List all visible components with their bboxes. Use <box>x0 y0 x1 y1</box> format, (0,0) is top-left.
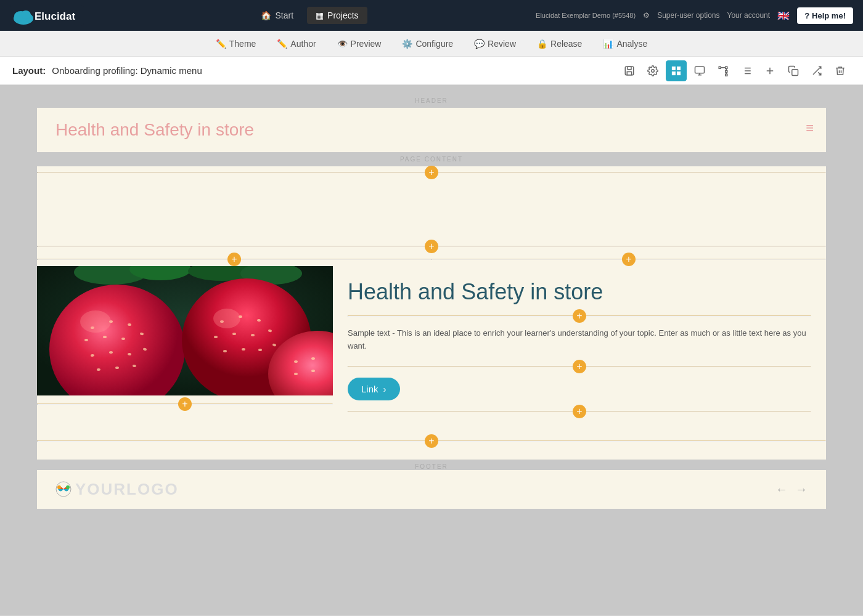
svg-rect-5 <box>625 67 634 75</box>
tree-icon-btn[interactable] <box>713 60 734 81</box>
desktop-icon-btn[interactable] <box>689 60 710 81</box>
footer-logo: YOURLOGO <box>55 480 179 499</box>
text-column: Health and Safety in store + Sample text… <box>333 266 826 435</box>
bottom-add-divider: + <box>37 435 826 447</box>
nav-center: 🏠 Start ▦ Projects <box>252 7 367 24</box>
svg-rect-6 <box>628 67 631 70</box>
shuffle-icon-btn[interactable] <box>806 60 827 81</box>
tab-analyse[interactable]: 📊 Analyse <box>594 35 656 52</box>
strawberry-image[interactable] <box>37 266 333 395</box>
svg-point-63 <box>223 350 227 352</box>
tab-theme[interactable]: ✏️ Theme <box>207 35 265 52</box>
svg-rect-10 <box>677 67 681 70</box>
tab-configure[interactable]: ⚙️ Configure <box>393 35 462 52</box>
preview-icon: 👁️ <box>337 39 348 49</box>
sample-text: Sample text - This is an ideal place to … <box>348 327 811 353</box>
super-user-link[interactable]: Super-user options <box>657 11 719 20</box>
layout-icon-btn[interactable] <box>666 60 687 81</box>
svg-point-67 <box>213 309 240 328</box>
mid-add-divider: + <box>37 240 826 253</box>
svg-point-54 <box>80 310 111 333</box>
add-bottom-btn[interactable]: + <box>425 434 438 448</box>
svg-rect-13 <box>695 67 705 73</box>
svg-rect-7 <box>627 71 632 75</box>
svg-text:Elucidat: Elucidat <box>35 10 75 22</box>
add-below-image-btn[interactable]: + <box>178 397 192 411</box>
settings-icon-btn[interactable] <box>642 60 663 81</box>
svg-point-75 <box>66 485 70 489</box>
svg-point-8 <box>652 69 655 72</box>
svg-point-64 <box>242 348 245 351</box>
svg-rect-11 <box>672 71 675 75</box>
tab-author[interactable]: ✏️ Author <box>268 35 324 52</box>
delete-icon-btn[interactable] <box>830 60 851 81</box>
add-below-link-btn[interactable]: + <box>573 405 586 418</box>
image-column: + <box>37 266 333 435</box>
page-header: Health and Safety in store ≡ <box>37 108 826 152</box>
footer-logo-icon <box>55 481 72 497</box>
hamburger-icon[interactable]: ≡ <box>806 120 814 136</box>
account-link[interactable]: Your account <box>727 11 771 20</box>
content-area: + + + + <box>37 166 826 460</box>
review-icon: 💬 <box>474 39 485 49</box>
nav-right: Elucidat Exemplar Demo (#5548) ⚙ Super-u… <box>536 7 853 24</box>
footer-prev-arrow[interactable]: ← <box>775 482 788 496</box>
start-nav-btn[interactable]: 🏠 Start <box>252 7 302 24</box>
svg-point-72 <box>311 370 315 372</box>
image-bottom-divider: + <box>37 398 333 410</box>
list-icon-btn[interactable] <box>736 60 757 81</box>
page-header-title: Health and Safety in store <box>55 120 808 140</box>
svg-point-44 <box>103 336 107 338</box>
main-content-row: + Health and Safety in store + Sample te… <box>37 266 826 435</box>
svg-point-69 <box>294 360 298 363</box>
text-mid-divider: + <box>348 310 811 322</box>
footer-next-arrow[interactable]: → <box>795 482 808 496</box>
svg-rect-17 <box>726 67 727 68</box>
svg-rect-16 <box>719 67 721 68</box>
help-button[interactable]: ? Help me! <box>797 7 853 24</box>
add-below-text-btn[interactable]: + <box>573 360 586 373</box>
tab-preview[interactable]: 👁️ Preview <box>329 35 390 52</box>
svg-point-71 <box>294 373 298 375</box>
account-info: Elucidat Exemplar Demo (#5548) <box>536 12 636 19</box>
toolbar-icons <box>619 60 851 81</box>
tab-release[interactable]: 🔒 Release <box>528 35 591 52</box>
configure-icon: ⚙️ <box>402 39 412 49</box>
grid-icon: ▦ <box>316 10 324 20</box>
add-mid-btn[interactable]: + <box>425 240 438 253</box>
svg-point-60 <box>232 333 236 335</box>
svg-point-61 <box>251 334 255 336</box>
svg-rect-12 <box>677 71 681 75</box>
add-right-btn[interactable]: + <box>622 253 636 266</box>
projects-nav-btn[interactable]: ▦ Projects <box>307 7 367 24</box>
language-flag[interactable]: 🇬🇧 <box>777 10 790 22</box>
footer-section-label: FOOTER <box>37 463 826 470</box>
author-icon: ✏️ <box>277 39 287 49</box>
svg-point-59 <box>214 336 218 338</box>
add-above-btn[interactable]: + <box>425 166 438 179</box>
add-left-btn[interactable]: + <box>227 253 241 266</box>
header-section-label: HEADER <box>37 97 826 104</box>
text-bottom-divider: + <box>348 405 811 418</box>
save-icon-btn[interactable] <box>619 60 640 81</box>
bottom-spacer <box>37 447 826 460</box>
home-icon: 🏠 <box>261 10 271 20</box>
settings-icon: ⚙ <box>643 11 650 20</box>
text-lower-divider: + <box>348 360 811 373</box>
page-content-label: PAGE CONTENT <box>37 156 826 163</box>
top-navigation: Elucidat 🏠 Start ▦ Projects Elucidat Exe… <box>0 0 863 31</box>
question-icon: ? <box>804 11 809 20</box>
footer-logo-text: YOURLOGO <box>75 480 179 499</box>
top-add-divider: + <box>37 166 826 179</box>
copy-icon-btn[interactable] <box>783 60 804 81</box>
content-heading: Health and Safety in store <box>348 278 811 305</box>
elucidat-logo[interactable]: Elucidat <box>10 5 84 26</box>
main-canvas: HEADER Health and Safety in store ≡ PAGE… <box>0 85 863 615</box>
add-between-heading-text-btn[interactable]: + <box>573 309 586 323</box>
svg-point-48 <box>109 351 113 354</box>
tab-review[interactable]: 💬 Review <box>465 35 525 52</box>
link-button[interactable]: Link › <box>348 378 400 400</box>
top-spacer <box>37 179 826 240</box>
svg-rect-31 <box>792 69 798 75</box>
add-component-btn[interactable] <box>759 60 780 81</box>
